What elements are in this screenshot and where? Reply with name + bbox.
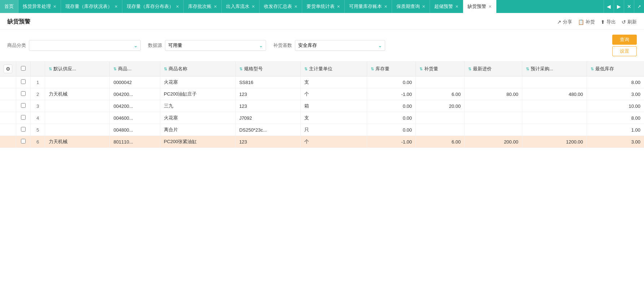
td-name-3: 火花塞 — [160, 112, 235, 124]
tab-label-0: 首页 — [4, 3, 14, 10]
th-code[interactable]: ⇅商品... — [110, 62, 160, 76]
td-spec-5: 123 — [235, 136, 301, 148]
td-stock-2: 0.00 — [367, 100, 415, 112]
th-supplier[interactable]: ⇅默认供应... — [45, 62, 110, 76]
th-est_purchase[interactable]: ⇅预计采购... — [522, 62, 587, 76]
tab-label-10: 超储预警 — [434, 3, 453, 10]
th-replenish[interactable]: ⇅补货量 — [416, 62, 465, 76]
table-row[interactable]: 4004600...火花塞J7092支0.008.00 — [0, 112, 644, 124]
th-gear: ⚙ — [0, 62, 16, 76]
tab-close-6[interactable]: ✕ — [294, 4, 297, 9]
gear-settings-icon[interactable]: ⚙ — [4, 65, 12, 73]
page-header: 缺货预警 ↗ 分享 📋 补货 ⬆ 导出 ↺ 刷新 — [0, 13, 644, 30]
td-no-4: 5 — [31, 124, 45, 136]
data-table: ⚙⇅默认供应...⇅商品...⇅商品名称⇅规格型号⇅主计量单位⇅库存量⇅补货量⇅… — [0, 62, 644, 148]
tab-close-7[interactable]: ✕ — [337, 4, 340, 9]
sort-icon-spec: ⇅ — [239, 67, 243, 71]
td-supplier-3 — [45, 112, 110, 124]
refresh-button[interactable]: ↺ 刷新 — [622, 19, 637, 25]
row-checkbox-2[interactable] — [21, 103, 26, 108]
td-supplier-5: 力天机械 — [45, 136, 110, 148]
td-replenish-1: 6.00 — [416, 88, 465, 100]
td-spec-4: DS250*23c... — [235, 124, 301, 136]
replenish-value: 安全库存 — [298, 42, 317, 49]
tab-5[interactable]: 出入库流水✕ — [222, 0, 260, 13]
table-row[interactable]: 2力天机械004200...PC200油缸庄子123个-1.006.0080.0… — [0, 88, 644, 100]
datasource-value: 可用量 — [168, 42, 182, 49]
tab-prev-button[interactable]: ◀ — [604, 0, 614, 13]
th-unit[interactable]: ⇅主计量单位 — [301, 62, 367, 76]
table-row[interactable]: 10000042火花塞SS816支0.008.00 — [0, 76, 644, 88]
row-checkbox-4[interactable] — [21, 127, 26, 132]
row-checkbox-3[interactable] — [21, 115, 26, 120]
tab-expand-button[interactable]: ➚ — [634, 0, 644, 13]
th-no — [31, 62, 45, 76]
td-code-4: 004800... — [110, 124, 160, 136]
row-checkbox-5[interactable] — [21, 139, 26, 144]
select-all-checkbox[interactable] — [21, 66, 26, 71]
datasource-select[interactable]: 可用量 — [165, 40, 266, 51]
tab-next-button[interactable]: ▶ — [614, 0, 624, 13]
tab-close-11[interactable]: ✕ — [488, 4, 492, 9]
tab-0[interactable]: 首页 — [0, 0, 18, 13]
td-code-2: 004200... — [110, 100, 160, 112]
tab-label-6: 收发存汇总表 — [264, 3, 292, 10]
tab-4[interactable]: 库存批次账✕ — [184, 0, 222, 13]
tab-1[interactable]: 拣货异常处理✕ — [18, 0, 61, 13]
th-spec[interactable]: ⇅规格型号 — [235, 62, 301, 76]
replenish-button[interactable]: 📋 补货 — [578, 19, 595, 25]
tab-close-8[interactable]: ✕ — [384, 4, 387, 9]
table-row[interactable]: 6力天机械801110...PC200张紧油缸123个-1.006.00200.… — [0, 136, 644, 148]
th-stock[interactable]: ⇅库存量 — [367, 62, 415, 76]
tab-close-1[interactable]: ✕ — [53, 4, 56, 9]
tab-close-4[interactable]: ✕ — [214, 4, 217, 9]
tab-6[interactable]: 收发存汇总表✕ — [260, 0, 302, 13]
category-select[interactable] — [29, 40, 141, 51]
td-stock-1: -1.00 — [367, 88, 415, 100]
query-button[interactable]: 查询 — [612, 35, 637, 45]
td-min_stock-3: 8.00 — [587, 112, 644, 124]
tab-close-10[interactable]: ✕ — [455, 4, 458, 9]
table-row[interactable]: 5004800...离合片DS250*23c...只0.001.00 — [0, 124, 644, 136]
tab-close-9[interactable]: ✕ — [422, 4, 425, 9]
td-gear-3 — [0, 112, 16, 124]
settings-button[interactable]: 设置 — [612, 46, 637, 56]
export-button[interactable]: ⬆ 导出 — [601, 19, 616, 25]
tab-3[interactable]: 现存量（库存分布表）✕ — [122, 0, 184, 13]
page-title: 缺货预警 — [7, 18, 557, 26]
tab-8[interactable]: 可用量库存账本✕ — [345, 0, 392, 13]
th-label-est_purchase: 预计采购... — [531, 66, 553, 71]
share-button[interactable]: ↗ 分享 — [557, 19, 572, 25]
td-name-1: PC200油缸庄子 — [160, 88, 235, 100]
tab-2[interactable]: 现存量（库存状况表）✕ — [61, 0, 122, 13]
tab-close-3[interactable]: ✕ — [176, 4, 179, 9]
table-row[interactable]: 3004200...三九123箱0.0020.0010.00 — [0, 100, 644, 112]
tab-close-5[interactable]: ✕ — [252, 4, 255, 9]
td-stock-5: -1.00 — [367, 136, 415, 148]
tab-11[interactable]: 缺货预警✕ — [463, 0, 496, 13]
replenish-select[interactable]: 安全库存 — [295, 40, 385, 51]
th-name[interactable]: ⇅商品名称 — [160, 62, 235, 76]
tab-10[interactable]: 超储预警✕ — [430, 0, 463, 13]
th-label-supplier: 默认供应... — [53, 66, 76, 71]
header-actions: ↗ 分享 📋 补货 ⬆ 导出 ↺ 刷新 — [557, 19, 637, 25]
td-min_stock-4: 1.00 — [587, 124, 644, 136]
sort-icon-est_purchase: ⇅ — [526, 67, 529, 71]
row-checkbox-1[interactable] — [21, 91, 26, 96]
td-spec-2: 123 — [235, 100, 301, 112]
td-est_purchase-4 — [522, 124, 587, 136]
table-container: ⚙⇅默认供应...⇅商品...⇅商品名称⇅规格型号⇅主计量单位⇅库存量⇅补货量⇅… — [0, 62, 644, 148]
tab-close-all-button[interactable]: ✕ — [624, 0, 634, 13]
td-replenish-4 — [416, 124, 465, 136]
th-latest_price[interactable]: ⇅最新进价 — [465, 62, 522, 76]
tab-9[interactable]: 保质期查询✕ — [392, 0, 430, 13]
td-latest_price-2 — [465, 100, 522, 112]
th-min_stock[interactable]: ⇅最低库存 — [587, 62, 644, 76]
td-gear-2 — [0, 100, 16, 112]
tab-7[interactable]: 要货单统计表✕ — [302, 0, 345, 13]
category-label: 商品分类 — [7, 42, 26, 49]
row-checkbox-0[interactable] — [21, 79, 26, 84]
td-no-3: 4 — [31, 112, 45, 124]
tab-bar: 首页拣货异常处理✕现存量（库存状况表）✕现存量（库存分布表）✕库存批次账✕出入库… — [0, 0, 644, 13]
tab-close-2[interactable]: ✕ — [114, 4, 118, 9]
